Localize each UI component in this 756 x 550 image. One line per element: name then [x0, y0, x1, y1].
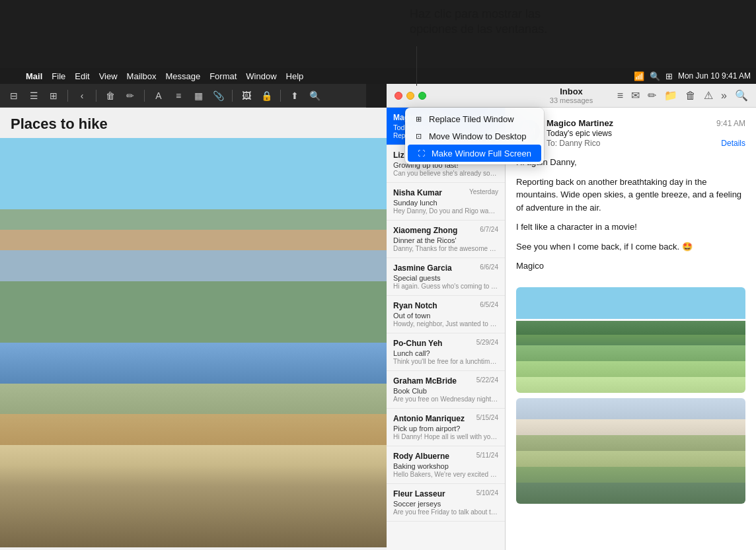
- menu-mail[interactable]: Mail: [21, 68, 47, 84]
- message-sender: Ryan Notch: [393, 301, 477, 310]
- context-menu-move-desktop[interactable]: ⊡ Move Window to Desktop: [405, 127, 544, 145]
- menu-mailbox[interactable]: Mailbox: [122, 68, 161, 84]
- list-item[interactable]: Antonio Manriquez 5/15/24 Pick up from a…: [387, 409, 505, 446]
- menu-window[interactable]: Window: [241, 68, 281, 84]
- message-time: 6/5/24: [480, 301, 498, 308]
- replace-tiled-icon: ⊞: [413, 114, 424, 124]
- grid-view-icon[interactable]: ⊞: [46, 88, 61, 103]
- message-sender: Rody Albuerne: [393, 452, 474, 461]
- message-preview: Can you believe she's already so tall? P…: [393, 170, 498, 177]
- font-icon[interactable]: A: [151, 88, 166, 103]
- lock-icon[interactable]: 🔒: [259, 88, 274, 103]
- email-para-5: Magico: [516, 259, 745, 273]
- search-menubar-icon[interactable]: 🔍: [650, 71, 660, 81]
- hike-image-bottom: [0, 343, 387, 547]
- list-item[interactable]: Ryan Notch 6/5/24 Out of town Howdy, nei…: [387, 296, 505, 333]
- list-item[interactable]: Po-Chun Yeh 5/29/24 Lunch call? Think yo…: [387, 333, 505, 371]
- mail-more-icon[interactable]: »: [721, 90, 727, 102]
- email-para-2: Reporting back on another breathtaking d…: [516, 176, 745, 215]
- landscape-photo-1: [516, 287, 745, 393]
- share-icon[interactable]: ⬆: [287, 88, 302, 103]
- message-time: 5/11/24: [476, 452, 498, 459]
- message-sender: Fleur Lasseur: [393, 489, 474, 498]
- delete-icon[interactable]: 🗑: [103, 88, 118, 103]
- message-list[interactable]: Magico Martinez 9:41 AM Today's epic vie…: [387, 108, 506, 550]
- mail-compose-icon[interactable]: ✉: [631, 89, 640, 102]
- toolbar-divider-5: [280, 90, 281, 102]
- toolbar-divider-2: [96, 90, 96, 102]
- menu-view[interactable]: View: [94, 68, 122, 84]
- mail-window-title-center: Inbox 33 messages: [550, 86, 593, 104]
- inbox-title: Inbox: [550, 86, 593, 96]
- list-item[interactable]: Xiaomeng Zhong 6/7/24 Dinner at the Rico…: [387, 221, 505, 258]
- menubar-right: 📶 🔍 ⊞ Mon Jun 10 9:41 AM: [634, 71, 751, 81]
- message-preview: Hey Danny, Do you and Rigo want to come …: [393, 207, 498, 215]
- message-subject: Pick up from airport?: [393, 425, 498, 432]
- apple-menu-icon[interactable]: [5, 69, 19, 83]
- message-preview: Danny, Thanks for the awesome evening! I…: [393, 245, 498, 252]
- mail-junk-icon[interactable]: ⚠: [704, 89, 713, 102]
- mail-search-icon[interactable]: 🔍: [735, 89, 748, 102]
- message-time: Yesterday: [469, 188, 498, 195]
- menu-edit[interactable]: Edit: [70, 68, 94, 84]
- table-icon[interactable]: ▦: [191, 88, 206, 103]
- message-preview: Hi again. Guess who's coming to town wit…: [393, 283, 498, 290]
- list-item[interactable]: Fleur Lasseur 5/10/24 Soccer jerseys Are…: [387, 484, 505, 522]
- fullscreen-label: Make Window Full Screen: [432, 149, 531, 158]
- message-sender: Antonio Manriquez: [393, 414, 474, 423]
- message-sender: Graham McBride: [393, 376, 474, 386]
- mail-delete-icon[interactable]: 🗑: [685, 90, 696, 102]
- bullets-icon[interactable]: ≡: [171, 88, 186, 103]
- context-menu-replace-tiled[interactable]: ⊞ Replace Tiled Window: [405, 110, 544, 127]
- menu-format[interactable]: Format: [205, 68, 241, 84]
- message-time: 6/6/24: [480, 263, 498, 271]
- toolbar-divider-3: [144, 90, 145, 102]
- list-item[interactable]: Jasmine Garcia 6/6/24 Special guests Hi …: [387, 258, 505, 296]
- menu-help[interactable]: Help: [282, 68, 309, 84]
- inbox-count: 33 messages: [550, 96, 593, 104]
- fullscreen-icon: ⛶: [416, 148, 426, 158]
- mail-body: Magico Martinez 9:41 AM Today's epic vie…: [387, 108, 756, 550]
- list-item[interactable]: Nisha Kumar Yesterday Sunday lunch Hey D…: [387, 183, 505, 221]
- toolbar-divider-1: [67, 90, 68, 102]
- email-to-field: To: Danny Rico: [547, 139, 600, 148]
- list-item[interactable]: Rody Albuerne 5/11/24 Baking workshop He…: [387, 446, 505, 484]
- message-sender: Po-Chun Yeh: [393, 339, 474, 348]
- message-sender: Jasmine Garcia: [393, 263, 477, 273]
- message-subject: Special guests: [393, 274, 498, 282]
- menu-message[interactable]: Message: [161, 68, 205, 84]
- left-toolbar: ⊟ ☰ ⊞ ‹ 🗑 ✏ A ≡ ▦ 📎 🖼 🔒 ⬆ 🔍: [0, 84, 366, 108]
- control-center-icon[interactable]: ⊞: [665, 71, 673, 81]
- email-to-row: To: Danny Rico Details: [547, 139, 745, 148]
- close-button[interactable]: [395, 92, 402, 100]
- message-sender: Nisha Kumar: [393, 188, 467, 197]
- filter-icon[interactable]: ≡: [617, 90, 623, 102]
- zoom-button[interactable]: [418, 92, 426, 100]
- minimize-button[interactable]: [406, 92, 414, 100]
- photo-icon[interactable]: 🖼: [239, 88, 254, 103]
- context-menu-fullscreen[interactable]: ⛶ Make Window Full Screen: [408, 145, 541, 162]
- back-icon[interactable]: ‹: [75, 88, 89, 103]
- places-to-hike-panel: Places to hike: [0, 108, 387, 550]
- attachment-icon[interactable]: 📎: [211, 88, 225, 103]
- email-from-row: Magico Martinez 9:41 AM: [547, 118, 745, 128]
- compose-icon[interactable]: ✏: [123, 88, 137, 103]
- message-preview: Howdy, neighbor, Just wanted to drop a q…: [393, 320, 498, 327]
- mail-archive-icon[interactable]: 📁: [664, 89, 677, 102]
- sidebar-toggle-icon[interactable]: ⊟: [7, 88, 21, 103]
- menu-file[interactable]: File: [47, 68, 70, 84]
- email-inline-image-1: [516, 287, 745, 393]
- list-item[interactable]: Graham McBride 5/22/24 Book Club Are you…: [387, 371, 505, 409]
- email-details-link[interactable]: Details: [721, 139, 745, 148]
- message-preview: Hi Danny! Hope all is well with you. I'm…: [393, 433, 498, 440]
- search-toolbar-icon[interactable]: 🔍: [307, 88, 322, 103]
- landscape-photo-2: [516, 398, 745, 504]
- message-subject: Out of town: [393, 312, 498, 320]
- wifi-icon: 📶: [634, 71, 644, 81]
- list-view-icon[interactable]: ☰: [26, 88, 41, 103]
- email-para-4: See you when I come back, if I come back…: [516, 240, 745, 254]
- message-time: 5/10/24: [476, 489, 498, 497]
- message-time: 5/22/24: [476, 376, 498, 384]
- email-from-name: Magico Martinez: [547, 118, 613, 128]
- mail-new-icon[interactable]: ✏: [648, 89, 656, 102]
